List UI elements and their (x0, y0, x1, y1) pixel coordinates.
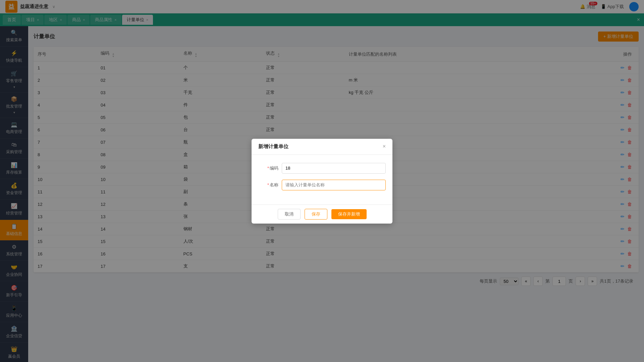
modal-footer: 取消 保存 保存并新增 (252, 204, 392, 224)
modal-body: *编码 *名称 (252, 155, 392, 204)
save-button[interactable]: 保存 (305, 209, 327, 220)
cancel-button[interactable]: 取消 (278, 209, 301, 220)
modal-overlay: 新增计量单位 × *编码 *名称 取消 保存 保存并新增 (0, 0, 644, 362)
form-row-name: *名称 (258, 180, 386, 190)
code-label: *编码 (258, 165, 278, 171)
modal-title: 新增计量单位 (258, 143, 288, 150)
required-mark-name: * (267, 182, 269, 187)
modal-header: 新增计量单位 × (252, 139, 392, 155)
form-row-code: *编码 (258, 163, 386, 174)
name-label: *名称 (258, 182, 278, 188)
add-unit-modal: 新增计量单位 × *编码 *名称 取消 保存 保存并新增 (252, 139, 392, 224)
name-input[interactable] (282, 180, 386, 190)
modal-close-button[interactable]: × (383, 143, 386, 149)
required-mark: * (267, 166, 269, 171)
save-and-new-button[interactable]: 保存并新增 (331, 209, 367, 219)
code-input[interactable] (282, 163, 386, 174)
